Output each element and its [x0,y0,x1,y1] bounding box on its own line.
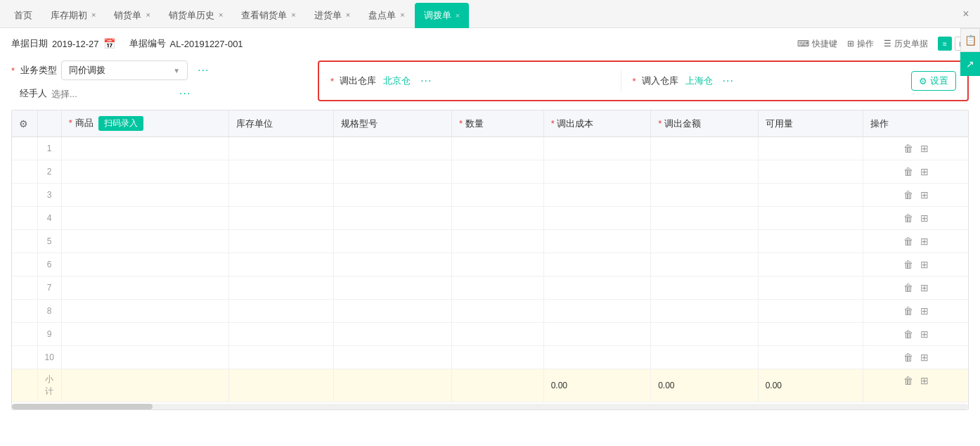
row-cost-cell[interactable] [543,160,651,184]
tab-stock-init[interactable]: 库存期初 × [42,3,104,28]
row-copy-icon[interactable]: ⊞ [919,350,930,364]
row-available-cell[interactable] [758,184,863,207]
row-amount-cell[interactable] [651,137,759,160]
row-delete-icon[interactable]: 🗑 [902,327,915,341]
row-available-cell[interactable] [758,276,863,300]
tab-sales-history[interactable]: 销货单历史 × [160,3,231,28]
window-close-button[interactable]: × [958,6,974,23]
row-copy-icon[interactable]: ⊞ [919,281,930,295]
row-spec-cell[interactable] [333,207,451,230]
row-delete-icon[interactable]: 🗑 [902,304,915,318]
tab-home[interactable]: 首页 [6,3,41,28]
row-delete-icon[interactable]: 🗑 [902,234,915,248]
row-cost-cell[interactable] [543,300,651,323]
row-delete-icon[interactable]: 🗑 [902,188,915,202]
row-delete-icon[interactable]: 🗑 [902,165,915,179]
row-delete-icon[interactable]: 🗑 [902,281,915,295]
row-copy-icon[interactable]: ⊞ [919,374,930,388]
row-available-cell[interactable] [758,346,863,369]
row-unit-cell[interactable] [228,253,333,276]
row-unit-cell[interactable] [228,230,333,253]
tab-transfer[interactable]: 调拨单 × [415,3,469,28]
row-amount-cell[interactable] [651,276,759,300]
horizontal-scrollbar[interactable] [12,404,968,409]
tab-sales-order-close[interactable]: × [146,11,150,19]
row-delete-icon[interactable]: 🗑 [902,350,915,364]
row-cost-cell[interactable] [543,253,651,276]
row-product-cell[interactable] [61,323,228,346]
tab-view-sales-close[interactable]: × [291,11,295,19]
person-input[interactable] [51,89,169,99]
row-spec-cell[interactable] [333,160,451,184]
operations-action[interactable]: ⊞ 操作 [847,38,874,50]
row-copy-icon[interactable]: ⊞ [919,188,930,202]
row-delete-icon[interactable]: 🗑 [902,257,915,272]
row-spec-cell[interactable] [333,300,451,323]
row-spec-cell[interactable] [333,346,451,369]
row-product-cell[interactable] [61,346,228,369]
row-unit-cell[interactable] [228,137,333,160]
scrollbar-thumb[interactable] [12,404,153,409]
row-qty-cell[interactable] [451,276,543,300]
row-available-cell[interactable] [758,207,863,230]
row-amount-cell[interactable] [651,160,759,184]
row-available-cell[interactable] [758,300,863,323]
row-amount-cell[interactable] [651,253,759,276]
layout-list-icon[interactable]: ≡ [938,37,952,51]
row-spec-cell[interactable] [333,323,451,346]
row-product-cell[interactable] [61,160,228,184]
row-delete-icon[interactable]: 🗑 [902,374,915,388]
row-unit-cell[interactable] [228,346,333,369]
row-product-cell[interactable] [61,276,228,300]
business-type-select[interactable]: 同价调拨 ▼ [61,60,188,80]
table-scroll[interactable]: ⚙ * 商品 扫码录入 库存单位 规格型号 [12,110,968,402]
row-qty-cell[interactable] [451,160,543,184]
row-qty-cell[interactable] [451,253,543,276]
row-cost-cell[interactable] [543,230,651,253]
row-unit-cell[interactable] [228,276,333,300]
row-cost-cell[interactable] [543,276,651,300]
row-product-cell[interactable] [61,253,228,276]
row-unit-cell[interactable] [228,160,333,184]
row-qty-cell[interactable] [451,207,543,230]
row-amount-cell[interactable] [651,230,759,253]
row-cost-cell[interactable] [543,137,651,160]
calendar-icon[interactable]: 📅 [103,38,115,49]
settings-button[interactable]: ⚙ 设置 [911,71,956,91]
row-cost-cell[interactable] [543,346,651,369]
tab-inventory[interactable]: 盘点单 × [360,3,413,28]
column-settings-icon[interactable]: ⚙ [19,118,28,129]
row-qty-cell[interactable] [451,300,543,323]
row-available-cell[interactable] [758,253,863,276]
tab-stock-init-close[interactable]: × [91,11,96,19]
in-warehouse-more-icon[interactable]: ··· [723,75,734,87]
row-available-cell[interactable] [758,137,863,160]
row-spec-cell[interactable] [333,230,451,253]
row-copy-icon[interactable]: ⊞ [919,327,930,341]
row-cost-cell[interactable] [543,184,651,207]
shortcuts-action[interactable]: ⌨ 快捷键 [797,38,837,50]
row-product-cell[interactable] [61,137,228,160]
row-product-cell[interactable] [61,184,228,207]
row-copy-icon[interactable]: ⊞ [919,304,930,318]
row-copy-icon[interactable]: ⊞ [919,257,930,272]
row-qty-cell[interactable] [451,184,543,207]
tab-purchase-order[interactable]: 进货单 × [306,3,359,28]
row-spec-cell[interactable] [333,253,451,276]
row-delete-icon[interactable]: 🗑 [902,141,915,155]
row-available-cell[interactable] [758,160,863,184]
row-amount-cell[interactable] [651,184,759,207]
row-spec-cell[interactable] [333,137,451,160]
row-unit-cell[interactable] [228,184,333,207]
row-product-cell[interactable] [61,230,228,253]
notes-button[interactable]: 📋 [960,28,980,52]
row-copy-icon[interactable]: ⊞ [919,211,930,225]
row-available-cell[interactable] [758,323,863,346]
row-unit-cell[interactable] [228,300,333,323]
tab-purchase-order-close[interactable]: × [346,11,350,19]
row-amount-cell[interactable] [651,323,759,346]
out-warehouse-more-icon[interactable]: ··· [420,75,432,87]
row-qty-cell[interactable] [451,137,543,160]
row-qty-cell[interactable] [451,323,543,346]
tab-inventory-close[interactable]: × [400,11,404,19]
